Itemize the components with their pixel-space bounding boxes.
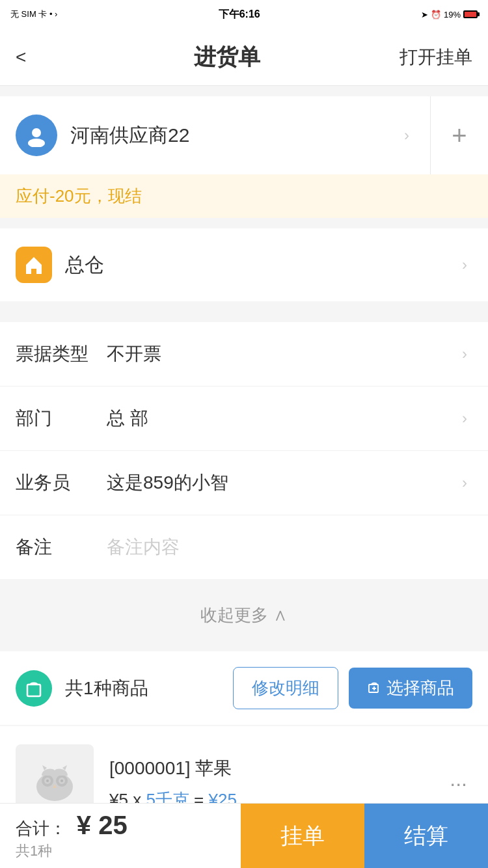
total-section: 合计： ¥ 25 共1种 [0, 811, 241, 861]
divider-2 [0, 312, 488, 322]
form-section: 票据类型 不开票 › 部门 总 部 › 业务员 这是859的小智 › 备注 备注… [0, 322, 488, 579]
divider-1 [0, 86, 488, 96]
chevron-right-icon: › [462, 345, 467, 363]
svg-point-0 [32, 128, 41, 137]
ticket-type-label: 票据类型 [16, 342, 107, 366]
supplier-section: 河南供应商22 › + [0, 96, 488, 174]
remark-label: 备注 [16, 535, 107, 560]
ticket-type-row[interactable]: 票据类型 不开票 › [0, 322, 488, 387]
select-product-label: 选择商品 [386, 677, 454, 699]
open-pending-button[interactable]: 打开挂单 [400, 45, 472, 70]
warehouse-icon [16, 247, 52, 283]
home-icon [23, 254, 44, 275]
salesperson-value: 这是859的小智 [107, 470, 462, 495]
back-button[interactable]: < [16, 47, 55, 68]
chevron-right-icon: › [462, 409, 467, 427]
total-sub: 共1种 [16, 841, 225, 861]
select-product-button[interactable]: 选择商品 [349, 668, 472, 709]
svg-point-11 [46, 780, 49, 782]
location-icon: ➤ [421, 10, 428, 20]
warehouse-selector[interactable]: 总仓 › [0, 228, 488, 301]
department-row[interactable]: 部门 总 部 › [0, 387, 488, 451]
status-bar: 无 SIM 卡 • › 下午6:16 ➤ ⏰ 19% [0, 0, 488, 29]
collapse-button[interactable]: 收起更多 ∧ [0, 590, 488, 641]
total-amount: ¥ 25 [77, 811, 128, 839]
bag-icon [23, 678, 44, 699]
total-line: 合计： ¥ 25 [16, 811, 225, 840]
product-count-text: 共1种商品 [65, 676, 233, 701]
salesperson-label: 业务员 [16, 470, 107, 495]
svg-rect-2 [27, 685, 40, 696]
checkout-button[interactable]: 结算 [364, 804, 488, 868]
product-more-button[interactable]: ··· [444, 766, 472, 801]
department-label: 部门 [16, 406, 107, 431]
product-count-icon [16, 670, 52, 707]
remark-input[interactable]: 备注内容 [107, 535, 472, 560]
svg-point-12 [61, 780, 63, 782]
page-title: 进货单 [194, 42, 260, 72]
total-label: 合计： [16, 819, 66, 838]
salesperson-row[interactable]: 业务员 这是859的小智 › [0, 451, 488, 515]
notice-text: 应付-20元，现结 [16, 186, 142, 206]
status-bar-left: 无 SIM 卡 • › [10, 8, 57, 20]
product-toolbar: 共1种商品 修改明细 选择商品 [0, 651, 488, 725]
notice-banner: 应付-20元，现结 [0, 174, 488, 218]
user-icon [25, 124, 48, 147]
chevron-right-icon: › [404, 126, 409, 144]
product-name: [0000001] 苹果 [109, 756, 444, 781]
bottom-bar: 合计： ¥ 25 共1种 挂单 结算 [0, 803, 488, 868]
ticket-type-value: 不开票 [107, 342, 462, 366]
chevron-right-icon: › [462, 256, 467, 274]
suspend-button[interactable]: 挂单 [241, 804, 364, 868]
remark-row[interactable]: 备注 备注内容 [0, 515, 488, 579]
nav-bar: < 进货单 打开挂单 [0, 29, 488, 86]
supplier-name: 河南供应商22 [70, 122, 404, 149]
cart-icon [367, 681, 381, 696]
svg-point-1 [28, 139, 45, 147]
department-value: 总 部 [107, 406, 462, 431]
battery-icon [463, 10, 478, 18]
warehouse-name: 总仓 [65, 252, 462, 278]
status-bar-time: 下午6:16 [219, 8, 260, 21]
supplier-avatar [16, 115, 57, 156]
chevron-right-icon: › [462, 474, 467, 492]
battery-percentage: 19% [444, 10, 461, 20]
owl-logo-icon [29, 757, 81, 809]
status-bar-right: ➤ ⏰ 19% [421, 10, 478, 20]
add-button[interactable]: + [431, 96, 488, 174]
alarm-icon: ⏰ [431, 10, 441, 20]
supplier-selector[interactable]: 河南供应商22 › [0, 96, 430, 174]
edit-detail-button[interactable]: 修改明细 [233, 667, 338, 709]
